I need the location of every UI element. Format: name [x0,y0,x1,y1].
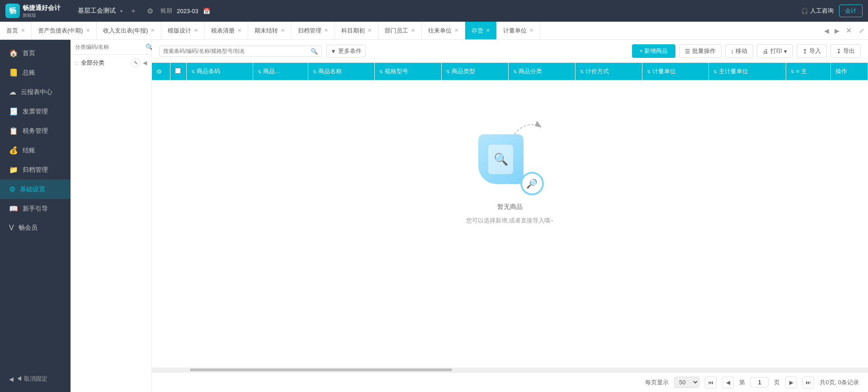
horizontal-scrollbar[interactable] [152,368,868,372]
tab-expand-button[interactable]: ⤢ [855,22,868,39]
tab-unit[interactable]: 计量单位✕ [497,22,540,39]
filter-icon: ▼ [330,48,336,55]
tab-close-home[interactable]: ✕ [21,28,25,33]
headset-icon: 🎧 [801,8,808,14]
edit-category-button[interactable]: ✎ [131,58,140,67]
unpin-label: ◀ 取消固定 [16,375,47,383]
sidebar-item-arch[interactable]: 📁 归档管理 [0,160,71,179]
main-layout: 🏠 首页📒 总账☁ 云报表中心🧾 发票管理📋 税务管理💰 结账📁 归档管理⚙ 基… [0,40,868,392]
tab-close-balance[interactable]: ✕ [86,28,90,33]
tab-close-income[interactable]: ✕ [151,28,155,33]
tab-subject[interactable]: 科目期初✕ [335,22,378,39]
print-button[interactable]: 🖨 打印 ▾ [757,44,793,58]
tab-close-unit[interactable]: ✕ [529,28,533,33]
prev-page-button[interactable]: ◀ [722,377,734,388]
collapse-panel-button[interactable]: ◀ [143,60,147,66]
tab-label: 计量单位 [503,27,527,35]
sidebar-item-settle[interactable]: 💰 结账 [0,141,71,160]
sidebar-settings-label: 基础设置 [20,185,45,194]
search-input[interactable] [163,48,308,54]
page-size-select[interactable]: 50 100 200 [674,377,699,388]
sort-icon: ⇅ [647,69,651,74]
sort-icon: ⇅ [446,69,450,74]
sidebar-unpin-button[interactable]: ◀ ◀ 取消固定 [0,369,71,388]
first-page-button[interactable]: ⏮ [705,377,717,388]
col-header-setting[interactable]: ⚙ [152,63,170,80]
col-header-unit[interactable]: ⇅ 计量单位 [642,63,709,80]
tab-inventory[interactable]: 存货✕ [465,22,497,39]
tab-period_end[interactable]: 期末结转✕ [248,22,292,39]
tab-balance[interactable]: 资产负债表(中期)✕ [32,22,97,39]
col-header-price_method[interactable]: ⇅ 计价方式 [575,63,642,80]
sidebar-item-home[interactable]: 🏠 首页 [0,43,71,63]
tab-home[interactable]: 首页✕ [0,22,32,39]
page-number-input[interactable] [750,377,769,387]
next-page-button[interactable]: ▶ [785,377,797,388]
tab-template[interactable]: 模版设计✕ [161,22,205,39]
col-header-code[interactable]: ⇅ 商品... [253,63,308,80]
last-page-button[interactable]: ⏭ [802,377,814,388]
sidebar-item-settings[interactable]: ⚙ 基础设置 [0,179,71,199]
sidebar-reports-label: 云报表中心 [21,88,52,96]
add-tab-button[interactable]: ＋ [127,5,140,17]
batch-button[interactable]: ☰ 批量操作 [679,44,722,58]
category-actions: ✎ [131,58,140,67]
tab-label: 往来单位 [428,27,452,35]
tab-close-subject[interactable]: ✕ [368,28,372,33]
col-header-type[interactable]: ⇅ 商品类型 [442,63,509,80]
sidebar-guide-icon: 📖 [9,204,18,213]
sidebar-item-tax[interactable]: 📋 税务管理 [0,121,71,141]
export-label: 导出 [843,47,855,55]
tab-close-archive[interactable]: ✕ [324,28,328,33]
tab-income[interactable]: 收入支出表(年报)✕ [97,22,162,39]
col-header-spec[interactable]: ⇅ 规格型号 [375,63,442,80]
sidebar-item-reports[interactable]: ☁ 云报表中心 [0,82,71,102]
tab-next-button[interactable]: ▶ [832,22,842,39]
tab-prev-button[interactable]: ◀ [821,22,832,39]
col-header-name[interactable]: ⇅ 商品名称 [308,63,375,80]
sidebar-item-member[interactable]: V 畅会员 [0,218,71,237]
company-dropdown-icon[interactable]: ▾ [120,9,123,14]
tab-label: 科目期初 [341,27,365,35]
sidebar-home-icon: 🏠 [9,49,18,57]
col-header-category[interactable]: ⇅ 商品分类 [509,63,576,80]
import-button[interactable]: ↥ 导入 [797,44,827,58]
company-name[interactable]: 基层工会测试 [78,7,116,15]
setting-icon[interactable]: ⚙ [144,6,156,16]
sidebar-item-invoice[interactable]: 🧾 发票管理 [0,102,71,121]
category-search-input[interactable] [75,44,143,50]
select-all-checkbox[interactable] [175,68,181,74]
col-header-main_unit[interactable]: ⇅ 主计量单位 [709,63,786,80]
col-header-checkbox[interactable] [170,63,186,80]
col-header-barcode[interactable]: ⇅ 商品条码 [186,63,253,80]
tab-close-dept[interactable]: ✕ [411,28,415,33]
sidebar-item-guide[interactable]: 📖 新手引导 [0,199,71,218]
tab-close-template[interactable]: ✕ [194,28,198,33]
tab-archive[interactable]: 归档管理✕ [292,22,335,39]
empty-title: 暂无商品 [497,203,523,211]
print-icon: 🖨 [763,48,769,55]
tab-close-tax[interactable]: ✕ [237,28,241,33]
col-header-num3[interactable]: ⇅ ≡ 主 [786,63,830,80]
filter-button[interactable]: ▼ 更多条件 [326,45,366,57]
tab-dept[interactable]: 部门员工✕ [378,22,422,39]
tab-close-period_end[interactable]: ✕ [281,28,285,33]
scroll-thumb[interactable] [190,368,452,371]
account-button[interactable]: 会计 [839,5,863,17]
logo-area: 畅 畅捷通好会计 旗舰版 [5,4,73,18]
col-setting-icon[interactable]: ⚙ [156,68,162,75]
tab-close-inventory[interactable]: ✕ [486,28,490,33]
tab-close-all-button[interactable]: ✕ [842,22,855,39]
sidebar-item-ledger[interactable]: 📒 总账 [0,63,71,82]
move-button[interactable]: ↕ 移动 [725,44,754,58]
tab-tax[interactable]: 税表清册✕ [205,22,248,39]
search-bar-icon[interactable]: 🔍 [311,48,318,55]
add-product-button[interactable]: + 新增商品 [632,44,675,58]
export-button[interactable]: ↧ 导出 [830,44,861,58]
service-button[interactable]: 🎧 人工咨询 [801,7,834,15]
col-label-main_unit: 主计量单位 [719,67,748,76]
tab-close-customer[interactable]: ✕ [454,28,458,33]
calendar-icon[interactable]: 📅 [203,8,210,14]
tab-customer[interactable]: 往来单位✕ [422,22,465,39]
pagination: 每页显示 50 100 200 ⏮ ◀ 第 页 ▶ ⏭ 共0页, 0条记录 [152,372,868,392]
